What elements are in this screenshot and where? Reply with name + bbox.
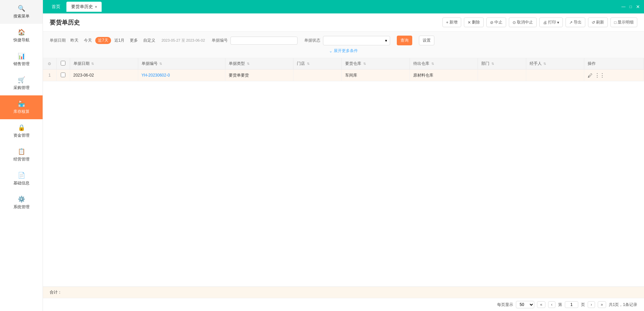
expand-icon: ⌄ — [329, 49, 332, 53]
delete-label: 删除 — [472, 19, 480, 25]
sidebar-item-basic-info[interactable]: 📄 基础信息 — [0, 167, 43, 191]
tab-home[interactable]: 首页 — [47, 2, 65, 12]
sidebar-item-quick-nav[interactable]: 🏠 快捷导航 — [0, 24, 43, 48]
prev-page-btn[interactable]: ‹ — [548, 301, 555, 308]
sort-store-icon: ⇅ — [307, 62, 310, 65]
sidebar-item-label: 系统管理 — [13, 204, 30, 210]
sidebar-item-finance-mgmt[interactable]: 🔒 资金管理 — [0, 119, 43, 143]
shortcut-last7days[interactable]: 近7天 — [95, 37, 111, 44]
first-page-btn[interactable]: « — [537, 301, 545, 308]
expand-more[interactable]: ⌄ 展开更多条件 — [50, 48, 637, 54]
add-icon: + — [446, 20, 448, 25]
sort-pending-warehouse-icon: ⇅ — [431, 62, 434, 65]
col-department: 部门 ⇅ — [478, 58, 526, 70]
edit-icon[interactable]: 🖊 — [588, 73, 593, 78]
col-handler: 经手人 ⇅ — [526, 58, 584, 70]
refresh-label: 刷新 — [596, 19, 604, 25]
total-label: 合计： — [50, 290, 62, 295]
shortcut-today[interactable]: 今天 — [82, 37, 94, 44]
sort-handler-icon: ⇅ — [543, 62, 546, 65]
sidebar-item-search-menu[interactable]: 🔍 搜索菜单 — [0, 0, 43, 24]
page-label: 第 — [558, 302, 562, 308]
window-minimize-btn[interactable]: — — [622, 4, 626, 9]
date-filter-group: 单据日期 昨天 今天 近7天 近1月 更多 自定义 2023-05-27 至 2… — [50, 37, 205, 44]
page-size-select[interactable]: 10 20 50 100 — [516, 301, 534, 308]
docnumber-filter-label: 单据编号 — [212, 38, 228, 43]
tab-requisition-history-label: 要货单历史 — [71, 4, 93, 10]
search-button[interactable]: 查询 — [397, 36, 412, 45]
col-store: 门店 ⇅ — [293, 58, 342, 70]
stop-button[interactable]: ⊘ 中止 — [486, 17, 506, 27]
finance-mgmt-icon: 🔒 — [18, 124, 25, 131]
docnumber-input[interactable] — [230, 37, 298, 45]
col-settings[interactable]: ⚙ — [43, 58, 56, 70]
row-store — [293, 70, 342, 81]
window-close-btn[interactable]: ✕ — [636, 4, 640, 9]
row-number-link[interactable]: YH-20230602-0 — [142, 73, 170, 78]
shortcut-yesterday[interactable]: 昨天 — [68, 37, 80, 44]
tab-close-icon[interactable]: × — [95, 5, 97, 9]
col-number: 单据编号 ⇅ — [138, 58, 225, 70]
pagination: 每页显示 10 20 50 100 « ‹ 第 页 › » 共1页，1条记录 — [43, 298, 644, 311]
sort-req-warehouse-icon: ⇅ — [363, 62, 366, 65]
settings-button[interactable]: 设置 — [419, 36, 434, 45]
total-info: 共1页，1条记录 — [609, 302, 637, 308]
content-area: 要货单历史 + 新增 ✕ 删除 ⊘ 中止 ⊙ 取消中止 — [43, 13, 644, 311]
stop-icon: ⊘ — [490, 20, 493, 25]
settings-label: 设置 — [423, 38, 431, 43]
sidebar-item-label: 采购管理 — [13, 85, 30, 91]
col-type: 单据类型 ⇅ — [225, 58, 293, 70]
sidebar-item-label: 搜索菜单 — [13, 13, 30, 19]
sales-mgmt-icon: 📊 — [18, 52, 25, 60]
table-footer: 合计： — [43, 286, 644, 298]
sidebar-item-label: 资金管理 — [13, 133, 30, 138]
select-all-checkbox[interactable] — [61, 61, 65, 65]
sort-number-icon: ⇅ — [159, 62, 162, 65]
status-select[interactable]: ▾ — [323, 36, 390, 45]
table-row: 1 2023-06-02 YH-20230602-0 要货单要货 车间库 原材料… — [43, 70, 644, 81]
sidebar-item-inventory-calc[interactable]: 🏪 库存核算 — [0, 95, 43, 119]
add-button[interactable]: + 新增 — [442, 17, 461, 27]
sort-type-icon: ⇅ — [247, 62, 250, 65]
table-header-row: ⚙ 单据日期 ⇅ 单据编号 ⇅ 单据类型 ⇅ 门店 ⇅ 要货仓库 ⇅ 待出仓库 … — [43, 58, 644, 70]
date-range-display: 2023-05-27 至 2023-06-02 — [161, 38, 205, 43]
search-menu-icon: 🔍 — [18, 5, 25, 12]
sidebar-item-system-mgmt[interactable]: ⚙️ 系统管理 — [0, 191, 43, 215]
tab-requisition-history[interactable]: 要货单历史 × — [66, 2, 102, 12]
shortcut-more[interactable]: 更多 — [128, 37, 140, 44]
refresh-button[interactable]: ↺ 刷新 — [588, 17, 608, 27]
delete-button[interactable]: ✕ 删除 — [464, 17, 484, 27]
cancel-stop-button[interactable]: ⊙ 取消中止 — [509, 17, 537, 27]
more-icon[interactable]: ⋮⋮ — [595, 72, 605, 78]
cancel-stop-label: 取消中止 — [517, 19, 533, 25]
export-label: 导出 — [574, 19, 582, 25]
date-filter-label: 单据日期 — [50, 38, 66, 43]
show-detail-button[interactable]: □ 显示明细 — [610, 17, 637, 27]
sidebar-item-label: 快捷导航 — [13, 37, 30, 43]
docnumber-filter-group: 单据编号 — [212, 37, 298, 45]
export-button[interactable]: ↗ 导出 — [566, 17, 585, 27]
shortcut-custom[interactable]: 自定义 — [141, 37, 157, 44]
last-page-btn[interactable]: » — [598, 301, 606, 308]
row-req-warehouse: 车间库 — [342, 70, 410, 81]
shortcut-last1month[interactable]: 近1月 — [112, 37, 127, 44]
system-mgmt-icon: ⚙️ — [18, 195, 25, 203]
window-maximize-btn[interactable]: □ — [630, 4, 632, 9]
row-operation: 🖊 ⋮⋮ — [584, 70, 644, 81]
sidebar-item-purchase-mgmt[interactable]: 🛒 采购管理 — [0, 72, 43, 95]
next-page-btn[interactable]: › — [588, 301, 595, 308]
stop-label: 中止 — [494, 19, 502, 25]
sort-date-icon: ⇅ — [91, 62, 94, 65]
print-button[interactable]: 🖨 打印 ▾ — [539, 17, 563, 27]
row-index: 1 — [43, 70, 56, 81]
row-type: 要货单要货 — [225, 70, 293, 81]
page-number-input[interactable] — [565, 301, 578, 308]
export-icon: ↗ — [569, 20, 573, 25]
show-detail-label: 显示明细 — [618, 19, 634, 25]
sidebar-item-sales-mgmt[interactable]: 📊 销售管理 — [0, 48, 43, 72]
row-handler — [526, 70, 584, 81]
table-container: ⚙ 单据日期 ⇅ 单据编号 ⇅ 单据类型 ⇅ 门店 ⇅ 要货仓库 ⇅ 待出仓库 … — [43, 58, 644, 286]
row-checkbox[interactable] — [61, 73, 65, 77]
sidebar-item-ops-mgmt[interactable]: 📋 经营管理 — [0, 143, 43, 167]
row-department — [478, 70, 526, 81]
